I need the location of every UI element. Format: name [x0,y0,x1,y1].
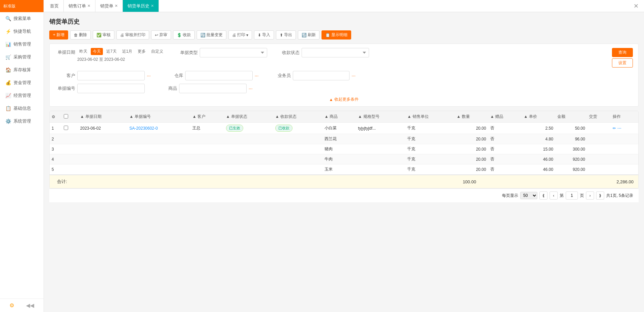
delete-button[interactable]: 🗑 删除 [70,30,91,40]
import-button[interactable]: ⬇ 导入 [254,30,274,40]
sidebar-item-purchase[interactable]: 🛒 采购管理 [0,51,44,63]
collect-button[interactable]: 💲 收款 [173,30,195,40]
last-page-btn[interactable]: ⟫ [596,191,604,200]
sidebar-item-search[interactable]: 🔍 搜索菜单 [0,12,44,25]
col-goods[interactable]: ▲ 商品 [323,111,356,123]
print-dropdown-icon: ▾ [246,33,248,37]
row-checkbox[interactable] [64,126,68,130]
export-button[interactable]: ⬆ 导出 [276,30,296,40]
tab-delivery-close[interactable]: ✕ [115,4,118,8]
sidebar-collapse-icon[interactable]: ◀◀ [26,302,34,309]
sidebar-item-sysadmin[interactable]: ⚙️ 系统管理 [0,115,44,128]
date-btn-more[interactable]: 更多 [136,48,148,55]
batch-change-button[interactable]: 🔄 批量变更 [197,30,226,40]
sidebar-settings-icon[interactable]: ⚙ [9,302,14,309]
refresh-button[interactable]: 🔃 刷新 [298,30,319,40]
col-payment-status[interactable]: ▲ 收款状态 [273,111,323,123]
sidebar-item-quicknav[interactable]: ⚡ 快捷导航 [0,25,44,38]
next-page-btn[interactable]: › [586,191,594,200]
sidebar-item-baseinfo[interactable]: 📋 基础信息 [0,102,44,115]
new-button[interactable]: + 新增 [49,30,68,40]
more-action-icon[interactable]: ⋯ [617,126,621,131]
doc-no-link[interactable]: SA-20230602-0 [130,126,158,131]
table-row: 3 猪肉 千克 20.00 否 15.00 300.00 [50,144,638,154]
date-btn-custom[interactable]: 自定义 [149,48,165,55]
tab-sales-order[interactable]: 销售订单 ✕ [64,0,95,12]
page-input[interactable] [566,191,578,200]
collapse-button[interactable]: ▲ 收起更多条件 [329,97,359,102]
prev-page-btn[interactable]: ‹ [550,191,558,200]
col-sales-unit[interactable]: ▲ 销售单位 [405,111,454,123]
warehouse-select-icon[interactable]: ··· [255,73,259,78]
cell-doc-no[interactable] [128,144,191,154]
select-all-checkbox[interactable] [64,114,68,119]
date-btn-7days[interactable]: 近7天 [104,48,119,55]
salesperson-select-icon[interactable]: ··· [352,73,356,78]
tab-home[interactable]: 首页 [45,0,64,12]
customer-input[interactable] [77,71,145,80]
doc-type-select[interactable] [200,48,267,57]
cell-checkbox[interactable] [62,123,78,134]
cell-doc-no[interactable] [128,134,191,144]
tab-history-close[interactable]: ✕ [151,4,154,8]
customer-select-icon[interactable]: ··· [147,73,151,78]
goods-select-icon[interactable]: ··· [249,86,253,91]
col-spec[interactable]: ▲ 规格型号 [356,111,405,123]
data-table: ⚙ ▲ 单据日期 ▲ 单据编号 ▲ 客户 ▲ 单据状态 ▲ 收款状态 ▲ 商品 … [50,111,638,175]
cell-checkbox[interactable] [62,134,78,144]
detail-icon: 📋 [325,33,330,37]
filter-area: 单据日期 昨天 今天 近7天 近1月 更多 自定义 2023-06-02 至 2… [49,44,639,107]
col-doc-date[interactable]: ▲ 单据日期 [78,111,128,123]
col-doc-status[interactable]: ▲ 单据状态 [224,111,273,123]
audit-button[interactable]: ✅ 审核 [93,30,114,40]
table-header-row: ⚙ ▲ 单据日期 ▲ 单据编号 ▲ 客户 ▲ 单据状态 ▲ 收款状态 ▲ 商品 … [50,111,638,123]
col-gift[interactable]: ▲ 赠品 [488,111,522,123]
finance-icon: 💰 [5,80,11,85]
col-qty[interactable]: ▲ 数量 [454,111,488,123]
warehouse-input[interactable] [185,71,253,80]
tab-history[interactable]: 销货单历史 ✕ [123,0,159,12]
cell-checkbox[interactable] [62,164,78,175]
salesperson-input[interactable] [293,71,349,80]
abandon-button[interactable]: ↩ 弃审 [151,30,171,40]
cell-doc-no[interactable] [128,164,191,175]
table-row: 2 西兰花 千克 20.00 否 4.80 96.00 [50,134,638,144]
date-btn-yesterday[interactable]: 昨天 [77,48,89,55]
payment-status-select[interactable] [302,48,369,57]
cell-checkbox[interactable] [62,154,78,164]
setting-button[interactable]: 设置 [612,58,633,68]
col-unit-price[interactable]: ▲ 单价 [522,111,555,123]
col-doc-no[interactable]: ▲ 单据编号 [128,111,191,123]
col-transaction[interactable]: 交货 [587,111,611,123]
tab-sales-order-close[interactable]: ✕ [87,4,90,8]
cell-doc-no[interactable]: SA-20230602-0 [128,123,191,134]
goods-input[interactable] [179,84,247,93]
col-checkbox[interactable] [62,111,78,123]
cell-doc-no[interactable] [128,154,191,164]
audit-print-button[interactable]: 🖨 审核并打印 [116,30,149,40]
sidebar-item-inventory[interactable]: 🏠 库存核算 [0,63,44,76]
cell-checkbox[interactable] [62,144,78,154]
export-icon: ⬆ [280,33,283,37]
tab-close-all[interactable]: ✕ [629,2,643,10]
sidebar-item-sales[interactable]: 📊 销售管理 [0,38,44,51]
edit-action-icon[interactable]: ✏ [613,126,616,131]
page-size-select[interactable]: 50 100 [520,192,537,199]
date-btn-1month[interactable]: 近1月 [120,48,135,55]
sidebar-purchase-label: 采购管理 [13,54,31,60]
first-page-btn[interactable]: ⟪ [539,191,548,200]
tab-delivery[interactable]: 销货单 ✕ [95,0,123,12]
cell-qty: 20.00 [454,134,488,144]
cell-transaction [587,164,611,175]
show-detail-button[interactable]: 📋 显示明细 [321,30,351,40]
doc-no-input[interactable] [77,84,145,93]
date-btn-today[interactable]: 今天 [91,48,103,55]
col-gear[interactable]: ⚙ [50,111,62,123]
cell-spec: tyjyjtyjdf... [356,123,405,134]
col-amount[interactable]: 金额 [555,111,587,123]
sidebar-item-finance[interactable]: 💰 资金管理 [0,76,44,89]
query-button[interactable]: 查询 [612,48,633,57]
sidebar-item-operations[interactable]: 📈 经营管理 [0,89,44,102]
print-button[interactable]: 🖨 打印 ▾ [228,30,252,40]
col-customer[interactable]: ▲ 客户 [190,111,224,123]
